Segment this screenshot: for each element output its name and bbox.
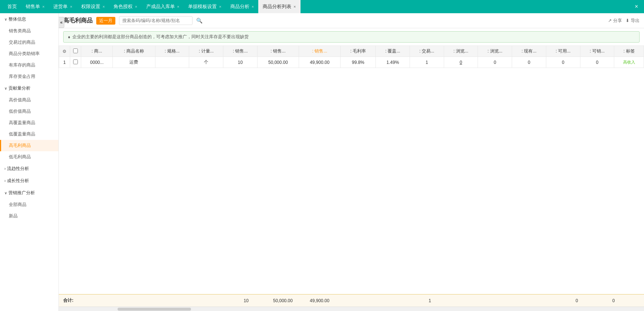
row-tag: 高收入: [614, 57, 644, 68]
column-sales3[interactable]: : 销售...: [299, 46, 341, 57]
sidebar-section-contribution[interactable]: ∨ 贡献量分析: [0, 82, 58, 94]
column-browse2[interactable]: : 浏览...: [478, 46, 512, 57]
arrow-growth: ›: [4, 179, 6, 183]
row-checkbox-cell[interactable]: [70, 57, 81, 68]
nav-product-warehousing[interactable]: 产成品入库单 ×: [142, 0, 184, 13]
close-role-auth[interactable]: ×: [135, 4, 137, 9]
close-product-warehousing[interactable]: ×: [177, 4, 179, 9]
close-purchase-order[interactable]: ×: [70, 4, 72, 9]
column-sales1[interactable]: : 销售...: [223, 46, 258, 57]
column-checkbox[interactable]: [70, 46, 81, 57]
browse1-link[interactable]: 0: [460, 60, 462, 65]
total-available: 0: [562, 298, 591, 303]
sidebar-item-low-margin[interactable]: 低毛利商品: [0, 151, 58, 163]
column-available[interactable]: : 可用...: [546, 46, 580, 57]
column-browse1[interactable]: : 浏览...: [444, 46, 478, 57]
footer-total-row: 合计: 10 50,000.00 49,900.00 1 0 0: [59, 294, 644, 307]
nav-product-analysis[interactable]: 商品分析 ×: [226, 0, 258, 13]
select-all-checkbox[interactable]: [73, 48, 78, 53]
sidebar-item-in-stock[interactable]: 有库存的商品: [0, 59, 58, 71]
content-header: 高毛利商品 近一月 🔍 ↗ 分享 ⬇ 导出: [59, 13, 644, 28]
banner-text: 企业的主要的利润都是这部分商品创造的，可考虑加大推广，同时关注库存是不要出现缺货: [72, 34, 249, 40]
sidebar-item-category-rate[interactable]: 商品分类助销率: [0, 48, 58, 59]
content-area: « 高毛利商品 近一月 🔍 ↗ 分享 ⬇ 导出 ♦ 企业的主要的利润都是这部分商: [59, 13, 644, 311]
tag-label: 高收入: [623, 60, 635, 64]
column-current[interactable]: : 现有...: [512, 46, 546, 57]
sidebar-item-new-goods[interactable]: 新品: [0, 210, 58, 222]
sidebar-section-trend[interactable]: › 流趋性分析: [0, 163, 58, 175]
sidebar-collapse-button[interactable]: «: [59, 17, 64, 28]
arrow-overall: ∨: [4, 17, 7, 21]
info-icon: ♦: [68, 35, 70, 40]
sidebar-item-low-coverage[interactable]: 低覆盖量商品: [0, 129, 58, 140]
close-template[interactable]: ×: [219, 4, 221, 9]
column-transaction[interactable]: : 交易...: [410, 46, 444, 57]
sidebar-item-high-coverage[interactable]: 高覆盖量商品: [0, 117, 58, 129]
sidebar-section-marketing[interactable]: ∨ 营销推广分析: [0, 187, 58, 199]
header-actions: ↗ 分享 ⬇ 导出: [608, 18, 640, 24]
nav-template-settings[interactable]: 单据模板设置 ×: [184, 0, 226, 13]
close-product-analysis-list[interactable]: ×: [294, 4, 296, 9]
row-browse2: 0: [478, 57, 512, 68]
column-gross-rate[interactable]: : 毛利率: [341, 46, 376, 57]
close-permission[interactable]: ×: [102, 4, 105, 9]
sidebar-item-high-value[interactable]: 高价值商品: [0, 94, 58, 106]
column-code[interactable]: : 商...: [81, 46, 113, 57]
close-product-analysis[interactable]: ×: [252, 4, 254, 9]
total-sales3: 49,900.00: [305, 298, 334, 303]
nav-role-auth[interactable]: 角色授权 ×: [109, 0, 141, 13]
row-unit: 个: [189, 57, 223, 68]
sidebar-item-traded-goods[interactable]: 交易过的商品: [0, 37, 58, 48]
row-current: 0: [512, 57, 546, 68]
table-row: 1 0000... 运费 个 10 50,000.00 49,900.00 99…: [59, 57, 644, 68]
arrow-contribution: ∨: [4, 86, 7, 90]
row-checkbox[interactable]: [73, 59, 78, 64]
top-navigation: 首页 销售单 × 进货单 × 权限设置 × 角色授权 × 产成品入库单 × 单据…: [0, 0, 644, 13]
row-saleable: 0: [580, 57, 614, 68]
row-coverage: 1.49%: [376, 57, 410, 68]
sidebar-section-overall[interactable]: ∨ 整体信息: [0, 13, 58, 25]
row-available: 0: [546, 57, 580, 68]
search-button[interactable]: 🔍: [196, 18, 202, 23]
column-name[interactable]: : 商品名称: [113, 46, 155, 57]
sidebar-item-sales-goods[interactable]: 销售类商品: [0, 25, 58, 37]
nav-home[interactable]: 首页: [3, 0, 21, 13]
close-sales-order[interactable]: ×: [42, 4, 44, 9]
column-sales2[interactable]: : 销售...: [257, 46, 299, 57]
share-icon: ↗: [608, 18, 612, 23]
export-button[interactable]: ⬇ 导出: [626, 18, 640, 24]
row-name: 运费: [113, 57, 155, 68]
row-browse1[interactable]: 0: [444, 57, 478, 68]
window-close-button[interactable]: ×: [632, 3, 641, 10]
total-sales2: 50,000.00: [268, 298, 298, 303]
info-banner: ♦ 企业的主要的利润都是这部分商品创造的，可考虑加大推广，同时关注库存是不要出现…: [63, 31, 640, 43]
share-button[interactable]: ↗ 分享: [608, 18, 622, 24]
horizontal-scrollbar[interactable]: [59, 307, 644, 311]
data-table-wrapper[interactable]: ⚙ : 商... : 商品名称 : 规格... : 计量... : 销售... …: [59, 46, 644, 294]
sidebar-item-capital-occupation[interactable]: 库存资金占用: [0, 71, 58, 82]
column-settings-icon[interactable]: ⚙: [59, 46, 70, 57]
row-num: 1: [59, 57, 70, 68]
row-transaction: 1: [410, 57, 444, 68]
row-spec: [155, 57, 189, 68]
column-unit[interactable]: : 计量...: [189, 46, 223, 57]
sidebar-item-low-value[interactable]: 低价值商品: [0, 106, 58, 117]
nav-sales-order[interactable]: 销售单 ×: [21, 0, 49, 13]
scrollbar-thumb[interactable]: [118, 308, 191, 311]
column-spec[interactable]: : 规格...: [155, 46, 189, 57]
column-coverage[interactable]: : 覆盖...: [376, 46, 410, 57]
data-table: ⚙ : 商... : 商品名称 : 规格... : 计量... : 销售... …: [59, 46, 644, 68]
column-tag[interactable]: : 标签: [614, 46, 644, 57]
time-filter-button[interactable]: 近一月: [96, 17, 115, 25]
sidebar-item-all-goods[interactable]: 全部商品: [0, 199, 58, 210]
nav-permission-settings[interactable]: 权限设置 ×: [77, 0, 109, 13]
search-input[interactable]: [119, 16, 193, 25]
arrow-marketing: ∨: [4, 191, 7, 195]
sidebar-section-growth[interactable]: › 成长性分析: [0, 175, 58, 187]
sidebar-item-high-margin[interactable]: 高毛利商品: [0, 140, 58, 151]
sidebar: ∨ 整体信息 销售类商品 交易过的商品 商品分类助销率 有库存的商品 库存资金占…: [0, 13, 59, 311]
nav-purchase-order[interactable]: 进货单 ×: [49, 0, 76, 13]
column-saleable[interactable]: : 可销...: [580, 46, 614, 57]
main-container: ∨ 整体信息 销售类商品 交易过的商品 商品分类助销率 有库存的商品 库存资金占…: [0, 13, 644, 311]
nav-product-analysis-list[interactable]: 商品分析列表 ×: [258, 0, 300, 13]
